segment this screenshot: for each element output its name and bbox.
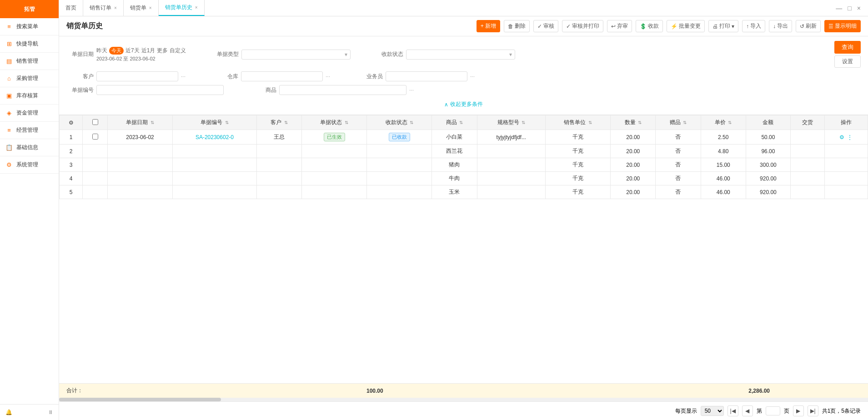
close-button[interactable]: × — [854, 5, 863, 12]
horizontal-scrollbar[interactable] — [59, 398, 868, 401]
col-doc-status[interactable]: 单据状态 ⇅ — [302, 115, 367, 130]
sort-date-icon: ⇅ — [151, 120, 154, 125]
query-button[interactable]: 查询 — [834, 41, 861, 54]
sidebar-item-quick-nav[interactable]: ⊞ 快捷导航 — [0, 35, 59, 53]
cell-pay-status — [367, 172, 432, 185]
cell-spec — [477, 185, 545, 199]
notification-icon[interactable]: 🔔 — [5, 409, 12, 415]
row-checkbox[interactable] — [92, 134, 98, 140]
col-gift[interactable]: 赠品 ⇅ — [656, 115, 701, 130]
sidebar-item-basic-info[interactable]: 📋 基础信息 — [0, 139, 59, 156]
doc-no-filter-field: 单据编号 — [66, 85, 224, 95]
per-page-select[interactable]: 50 100 200 — [701, 406, 724, 416]
sort-unit-icon: ⇅ — [588, 120, 592, 125]
first-page-button[interactable]: |◀ — [728, 405, 738, 416]
sidebar-item-finance-mgmt[interactable]: ◈ 资金管理 — [0, 105, 59, 122]
more-action-btn[interactable]: ⋮ — [847, 134, 853, 140]
collect-button[interactable]: 💲 收款 — [636, 20, 663, 32]
new-button[interactable]: + 新增 — [477, 20, 500, 32]
cell-amount: 920.00 — [746, 172, 790, 185]
tab-sales-order[interactable]: 销售订单 × — [83, 0, 124, 16]
query-section: 查询 设置 — [834, 41, 861, 68]
abandon-button[interactable]: ↩ 弃审 — [607, 20, 632, 32]
shortcut-7days[interactable]: 近7天 — [125, 47, 140, 55]
filter-row-2: 客户 ··· 仓库 ··· 业务员 ··· — [66, 71, 861, 81]
doc-no-link[interactable]: SA-20230602-0 — [196, 134, 234, 140]
doc-type-select[interactable]: ▾ — [241, 50, 351, 60]
select-all-checkbox[interactable] — [92, 119, 98, 125]
col-settings[interactable]: ⚙ — [60, 115, 83, 130]
edit-action-btn[interactable]: ⚙ — [839, 134, 844, 140]
setting-button[interactable]: 设置 — [834, 55, 861, 68]
col-date[interactable]: 单据日期 ⇅ — [107, 115, 172, 130]
cell-trade — [790, 130, 824, 145]
goods-picker-icon[interactable]: ··· — [409, 87, 414, 93]
customer-input[interactable] — [96, 71, 178, 81]
cell-unit: 千克 — [545, 172, 610, 185]
shortcut-more[interactable]: 更多 — [157, 47, 168, 55]
batch-change-button[interactable]: ⚡ 批量变更 — [667, 20, 705, 32]
customer-picker-icon[interactable]: ··· — [181, 73, 186, 80]
sidebar-item-sys-mgmt[interactable]: ⚙ 系统管理 — [0, 156, 59, 174]
approve-button[interactable]: ✓ 审核 — [533, 20, 558, 32]
warehouse-input[interactable] — [241, 71, 323, 81]
doc-no-input[interactable] — [96, 85, 224, 95]
next-page-button[interactable]: ▶ — [793, 405, 804, 416]
prev-page-button[interactable]: ◀ — [742, 405, 753, 416]
scrollbar-thumb[interactable] — [59, 398, 221, 401]
col-doc-no[interactable]: 单据编号 ⇅ — [173, 115, 257, 130]
agent-input[interactable] — [386, 71, 467, 81]
sidebar-item-purchase-mgmt[interactable]: ⌂ 采购管理 — [0, 70, 59, 87]
shortcut-yesterday[interactable]: 昨天 — [96, 47, 107, 55]
show-detail-button[interactable]: ☰ 显示明细 — [824, 20, 861, 32]
col-price[interactable]: 单价 ⇅ — [701, 115, 746, 130]
import-button[interactable]: ↑ 导入 — [742, 20, 765, 32]
table-row: 2 西兰花 千克 20.00 否 4.80 96.00 — [60, 145, 868, 158]
col-goods[interactable]: 商品 ⇅ — [432, 115, 477, 130]
sidebar-item-label: 快捷导航 — [16, 40, 38, 48]
cell-pay-status: 已收款 — [367, 130, 432, 145]
sidebar-item-stock-calc[interactable]: ▣ 库存核算 — [0, 87, 59, 105]
goods-filter-field: 商品 ··· — [249, 85, 414, 95]
warehouse-picker-icon[interactable]: ··· — [326, 73, 330, 80]
print-dropdown-icon: ▾ — [732, 23, 734, 30]
tab-sales-history-close[interactable]: × — [195, 5, 198, 10]
col-qty[interactable]: 数量 ⇅ — [611, 115, 656, 130]
collapse-filter-button[interactable]: ∧ 收起更多条件 — [66, 99, 861, 110]
sidebar-item-search-menu[interactable]: ≡ 搜索菜单 — [0, 18, 59, 35]
tab-sales-delivery-close[interactable]: × — [149, 5, 152, 10]
page-number-input[interactable]: 1 — [766, 406, 780, 415]
customer-label: 客户 — [66, 73, 94, 80]
last-page-button[interactable]: ▶| — [808, 405, 818, 416]
shortcut-today[interactable]: 今天 — [109, 47, 124, 55]
cell-checkbox — [83, 158, 108, 172]
doc-no-label: 单据编号 — [66, 86, 94, 94]
sidebar-item-sales-mgmt[interactable]: ▤ 销售管理 — [0, 53, 59, 70]
tab-sales-order-close[interactable]: × — [114, 5, 117, 10]
col-spec[interactable]: 规格型号 ⇅ — [477, 115, 545, 130]
col-pay-status[interactable]: 收款状态 ⇅ — [367, 115, 432, 130]
cell-gift: 否 — [656, 145, 701, 158]
tab-sales-delivery-label: 销货单 — [130, 4, 146, 12]
payment-status-select[interactable]: ▾ — [406, 50, 515, 60]
minimize-button[interactable]: — — [833, 5, 845, 12]
shortcut-custom[interactable]: 自定义 — [170, 47, 186, 55]
col-customer[interactable]: 客户 ⇅ — [256, 115, 301, 130]
tab-home[interactable]: 首页 — [59, 0, 83, 16]
delete-button[interactable]: 🗑 删除 — [504, 20, 530, 32]
shortcut-1month[interactable]: 近1月 — [141, 47, 156, 55]
sidebar-item-ops-mgmt[interactable]: ≡ 经营管理 — [0, 122, 59, 139]
export-button[interactable]: ↓ 导出 — [769, 20, 792, 32]
tab-sales-history[interactable]: 销货单历史 × — [159, 0, 205, 16]
print-button[interactable]: 🖨 打印 ▾ — [708, 20, 738, 32]
payment-status-value — [409, 51, 411, 58]
sales-mgmt-icon: ▤ — [5, 58, 13, 65]
refresh-button[interactable]: ↺ 刷新 — [796, 20, 821, 32]
col-unit[interactable]: 销售单位 ⇅ — [545, 115, 610, 130]
approve-print-button[interactable]: ✓ 审核并打印 — [562, 20, 603, 32]
maximize-button[interactable]: □ — [845, 5, 854, 12]
goods-input[interactable] — [279, 85, 406, 95]
pause-icon[interactable]: ⏸ — [48, 409, 53, 415]
agent-picker-icon[interactable]: ··· — [470, 73, 475, 80]
tab-sales-delivery[interactable]: 销货单 × — [124, 0, 159, 16]
